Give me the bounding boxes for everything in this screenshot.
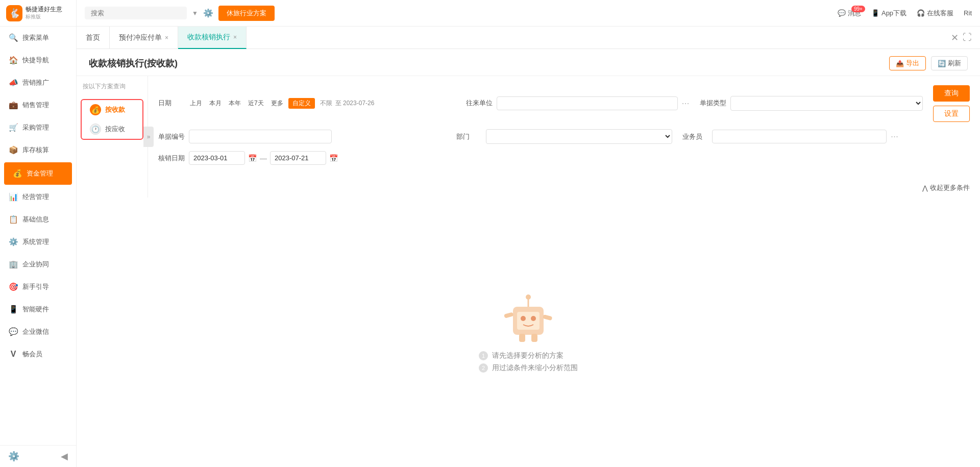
export-button[interactable]: 📤 导出 (889, 56, 926, 70)
svg-rect-8 (519, 334, 525, 342)
verify-date-start-calendar-icon[interactable]: 📅 (248, 154, 257, 162)
filter-sidebar-title: 按以下方案查询 (77, 82, 148, 95)
message-button[interactable]: 💬 消息 99+ (838, 9, 861, 18)
date-label: 日期 (158, 99, 184, 108)
collapse-more-btn[interactable]: ⋀ 收起更多条件 (148, 180, 980, 198)
app-name: 畅捷通好生意 (26, 6, 62, 14)
sidebar: 🐇 畅捷通好生意 标推版 🔍 搜索菜单 🏠 快捷导航 📣 营销推广 💼 销售管理… (0, 0, 77, 467)
collapse-sidebar-icon[interactable]: ◀ (61, 451, 68, 462)
sidebar-item-quick-nav[interactable]: 🏠 快捷导航 (0, 49, 76, 71)
online-service-label: 在线客服 (927, 9, 953, 18)
settings-gear-icon[interactable]: ⚙️ (203, 8, 213, 18)
setting-button[interactable]: 设置 (933, 106, 970, 122)
filter-option-by-receipt[interactable]: 💰 按收款 (82, 100, 142, 119)
empty-tip-2: 用过滤条件来缩小分析范围 (492, 363, 578, 373)
date-more[interactable]: 更多 (269, 98, 285, 109)
tab-receipt-verify-close-icon[interactable]: × (233, 34, 237, 41)
date-custom[interactable]: 自定义 (288, 98, 315, 109)
sidebar-item-label: 企业协同 (22, 260, 49, 269)
verify-date-separator: — (260, 154, 267, 162)
message-badge: 99+ (851, 6, 865, 12)
sidebar-item-enterprise[interactable]: 🏢 企业协同 (0, 253, 76, 276)
sidebar-item-business[interactable]: 📊 经营管理 (0, 186, 76, 208)
svg-point-5 (526, 294, 531, 300)
app-download-button[interactable]: 📱 App下载 (871, 9, 906, 18)
counterparty-input[interactable] (497, 96, 677, 110)
sidebar-item-finance[interactable]: 💰 资金管理 (4, 162, 72, 185)
expand-tab-icon[interactable]: ⛶ (963, 32, 972, 43)
date-7-days[interactable]: 近7天 (246, 98, 266, 109)
search-chevron-icon: ▼ (192, 10, 198, 17)
query-button[interactable]: 查询 (933, 85, 970, 102)
verify-date-end-input[interactable] (270, 151, 326, 165)
sidebar-item-smart-hardware[interactable]: 📱 智能硬件 (0, 298, 76, 321)
sidebar-item-inventory[interactable]: 📦 库存核算 (0, 139, 76, 161)
receipt-option-label: 按收款 (105, 105, 125, 114)
receipt-option-icon: 💰 (90, 104, 101, 115)
date-shortcuts: 上月 本月 本年 近7天 更多 自定义 不限 至 2023-07-26 (188, 98, 374, 109)
tab-prepay-close-icon[interactable]: × (165, 34, 168, 41)
salesperson-input[interactable] (712, 130, 887, 143)
topbar-right: 💬 消息 99+ 📱 App下载 🎧 在线客服 Rit (838, 9, 972, 18)
tab-home[interactable]: 首页 (77, 27, 110, 49)
sidebar-item-label: 企业微信 (22, 327, 49, 336)
search-input[interactable] (85, 7, 187, 19)
date-last-month[interactable]: 上月 (188, 98, 204, 109)
salesperson-more-icon[interactable]: ··· (891, 131, 898, 142)
filter-field-doc-no: 单据编号 (158, 130, 446, 143)
filter-option-by-receivable[interactable]: 🕐 按应收 (82, 119, 142, 139)
verify-date-label: 核销日期 (158, 154, 185, 163)
counterparty-label: 往来单位 (466, 99, 493, 108)
sidebar-item-guide[interactable]: 🎯 新手引导 (0, 276, 76, 298)
finance-icon: 💰 (12, 168, 22, 179)
filter-option-box: 💰 按收款 🕐 按应收 (81, 99, 143, 140)
doc-type-select[interactable] (730, 96, 923, 111)
svg-rect-1 (517, 312, 540, 330)
wechat-icon: 💬 (8, 327, 18, 337)
app-version: 标推版 (26, 13, 62, 20)
sidebar-bottom: ⚙️ ◀ (0, 445, 76, 467)
page-actions: 📤 导出 🔄 刷新 (889, 56, 968, 70)
filter-sidebar-collapse-btn[interactable]: » (143, 127, 154, 147)
empty-step-2-num: 2 (479, 363, 488, 373)
sidebar-item-marketing[interactable]: 📣 营销推广 (0, 71, 76, 94)
dept-select[interactable] (486, 129, 672, 144)
logo-icon: 🐇 (6, 5, 22, 21)
verify-date-range: 📅 — 📅 (189, 151, 338, 165)
collapse-more-icon: ⋀ (922, 184, 928, 192)
sidebar-item-basic-info[interactable]: 📋 基础信息 (0, 208, 76, 231)
sidebar-item-sales[interactable]: 💼 销售管理 (0, 94, 76, 116)
user-name[interactable]: Rit (964, 9, 972, 17)
app-icon: 📱 (871, 9, 879, 17)
verify-date-start-input[interactable] (189, 151, 245, 165)
sidebar-item-purchase[interactable]: 🛒 采购管理 (0, 116, 76, 139)
export-icon: 📤 (896, 60, 904, 67)
solution-button[interactable]: 休旅行业方案 (218, 6, 275, 21)
doc-no-input[interactable] (189, 130, 332, 143)
sidebar-item-label: 系统管理 (22, 237, 49, 247)
sidebar-item-wechat[interactable]: 💬 企业微信 (0, 321, 76, 343)
sidebar-item-member[interactable]: V 畅会员 (0, 343, 76, 365)
enterprise-icon: 🏢 (8, 259, 18, 269)
receivable-option-label: 按应收 (105, 125, 125, 134)
sidebar-item-system[interactable]: ⚙️ 系统管理 (0, 231, 76, 253)
counterparty-more-icon[interactable]: ··· (682, 98, 690, 109)
sidebar-item-label: 库存核算 (22, 145, 49, 155)
sidebar-item-search[interactable]: 🔍 搜索菜单 (0, 27, 76, 49)
filter-field-counterparty: 往来单位 ··· (466, 96, 689, 110)
tab-prepay[interactable]: 预付冲应付单 × (110, 27, 178, 49)
refresh-button[interactable]: 🔄 刷新 (931, 56, 968, 70)
verify-date-end-calendar-icon[interactable]: 📅 (329, 154, 338, 162)
date-this-year[interactable]: 本年 (227, 98, 243, 109)
tab-receipt-verify[interactable]: 收款核销执行 × (178, 27, 247, 49)
date-this-month[interactable]: 本月 (207, 98, 224, 109)
filter-field-verify-date: 核销日期 📅 — 📅 (158, 151, 446, 165)
online-service-button[interactable]: 🎧 在线客服 (917, 9, 953, 18)
sidebar-item-label: 智能硬件 (22, 305, 49, 314)
tab-prepay-label: 预付冲应付单 (119, 33, 162, 42)
doc-no-label: 单据编号 (158, 132, 185, 141)
close-tab-icon[interactable]: ✕ (951, 32, 959, 43)
svg-point-2 (521, 316, 526, 321)
filter-row-2: 单据编号 部门 业务员 ··· (158, 129, 970, 144)
settings-icon[interactable]: ⚙️ (8, 451, 19, 462)
